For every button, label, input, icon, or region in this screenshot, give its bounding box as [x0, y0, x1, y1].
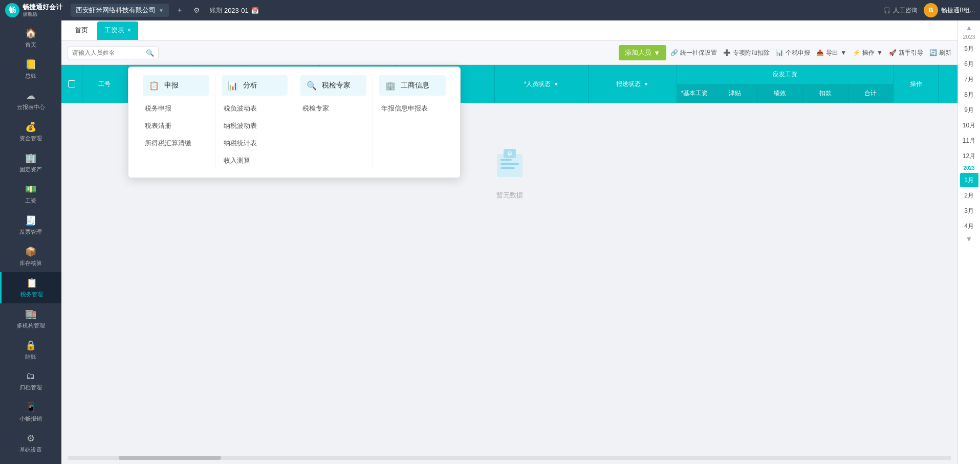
- sidebar-item-cloud[interactable]: ☁ 云报表中心: [0, 85, 61, 116]
- month-7[interactable]: 7月: [960, 72, 978, 86]
- analysis-label: 分析: [243, 81, 257, 90]
- month-10[interactable]: 10月: [960, 118, 978, 132]
- sidebar-item-guide[interactable]: ✅ 新手引导: [0, 459, 61, 464]
- sidebar-label-payroll: 工资: [25, 197, 36, 205]
- svg-rect-1: [500, 159, 512, 161]
- scroll-thumb[interactable]: [119, 456, 221, 460]
- export-icon: 📤: [816, 49, 824, 56]
- sidebar-item-home[interactable]: 🏠 首页: [0, 23, 61, 54]
- tab-payroll[interactable]: 工资表 ×: [97, 21, 138, 40]
- tab-close-icon[interactable]: ×: [127, 27, 131, 34]
- sidebar-item-ledger[interactable]: 📒 总账: [0, 54, 61, 85]
- month-5[interactable]: 5月: [960, 41, 978, 56]
- sidebar-item-archive[interactable]: 🗂 归档管理: [0, 366, 61, 396]
- col-report-status[interactable]: 报送状态 ▼: [588, 65, 677, 103]
- refresh-icon: 🔄: [929, 49, 937, 56]
- user-info[interactable]: B 畅捷通B组...: [924, 3, 975, 17]
- month-2[interactable]: 2月: [960, 188, 978, 203]
- special-deduction-icon: ➕: [723, 49, 731, 56]
- month-6[interactable]: 6月: [960, 57, 978, 71]
- personal-tax-label: 个税申报: [786, 49, 810, 57]
- svg-rect-2: [500, 163, 519, 165]
- col-op: [939, 65, 957, 103]
- current-year-label: 2023: [963, 164, 974, 172]
- content-area: 首页 工资表 × 🔍 添加人员 ▼ 🔗 统一社保设置: [61, 20, 957, 464]
- dropdown-item-income-tax[interactable]: 所得税汇算清缴: [143, 135, 209, 152]
- sidebar-item-multi[interactable]: 🏬 多机构管理: [0, 303, 61, 335]
- tab-payroll-label: 工资表: [104, 26, 124, 35]
- company-selector[interactable]: 西安虾米网络科技有限公司 ▼: [71, 4, 169, 17]
- guide-button[interactable]: 🚀 新手引导: [889, 49, 923, 57]
- dropdown-item-tax-fluctuation[interactable]: 纳税波动表: [222, 117, 288, 135]
- sidebar-item-basic[interactable]: ⚙ 基础设置: [0, 428, 61, 459]
- operations-label: 操作: [862, 49, 875, 57]
- sidebar-label-archive: 归档管理: [19, 384, 42, 391]
- basic-icon: ⚙: [27, 433, 35, 444]
- tab-home-label: 首页: [75, 26, 88, 35]
- col-status[interactable]: *人员状态 ▼: [494, 65, 588, 103]
- calendar-icon[interactable]: 📅: [251, 7, 259, 14]
- social-insurance-button[interactable]: 🔗 统一社保设置: [670, 49, 717, 57]
- special-deduction-button[interactable]: ➕ 专项附加扣除: [723, 49, 770, 57]
- sidebar-item-xiaochang[interactable]: 📱 小畅报销: [0, 396, 61, 428]
- bizinfo-label: 工商信息: [401, 81, 429, 90]
- svg-rect-3: [500, 167, 515, 169]
- dropdown-item-tax-stats[interactable]: 纳税统计表: [222, 135, 288, 152]
- scroll-bar[interactable]: [68, 456, 951, 460]
- dropdown-item-tax-declaration[interactable]: 税务申报: [143, 100, 209, 117]
- dropdown-item-tax-burden[interactable]: 税负波动表: [222, 100, 288, 117]
- sidebar-item-capital[interactable]: 💰 资金管理: [0, 116, 61, 147]
- add-company-button[interactable]: ＋: [173, 4, 186, 17]
- inventory-icon: 📦: [25, 246, 36, 257]
- dropdown-col-analysis: 📊 分析 税负波动表 纳税波动表 纳税统计表 收入测算: [215, 75, 294, 169]
- month-4[interactable]: 4月: [960, 219, 978, 233]
- logo-icon: 畅: [5, 3, 19, 17]
- toolbar: 🔍 添加人员 ▼ 🔗 统一社保设置 ➕ 专项附加扣除 📊 个税申报: [61, 41, 957, 65]
- tab-home[interactable]: 首页: [68, 21, 95, 40]
- month-12[interactable]: 12月: [960, 149, 978, 163]
- payroll-icon: 💵: [25, 184, 36, 195]
- dropdown-item-taxexpert[interactable]: 税检专家: [300, 100, 366, 117]
- sidebar-item-close-period[interactable]: 🔒 结账: [0, 335, 61, 366]
- sidebar-item-assets[interactable]: 🏢 固定资产: [0, 147, 61, 179]
- export-button[interactable]: 📤 导出 ▼: [816, 49, 846, 57]
- sidebar-item-payroll[interactable]: 💵 工资: [0, 179, 61, 210]
- add-person-button[interactable]: 添加人员 ▼: [619, 45, 666, 60]
- dropdown-item-annual-report[interactable]: 年报信息申报表: [379, 100, 446, 117]
- dropdown-item-tax-table[interactable]: 税表清册: [143, 117, 209, 135]
- support-button[interactable]: 🎧 人工咨询: [883, 6, 918, 15]
- sidebar-label-cloud: 云报表中心: [17, 103, 45, 111]
- search-input[interactable]: [72, 49, 144, 56]
- dropdown-item-income-estimate[interactable]: 收入测算: [222, 152, 288, 169]
- month-9[interactable]: 9月: [960, 103, 978, 117]
- sidebar-item-inventory[interactable]: 📦 库存核算: [0, 241, 61, 272]
- company-name: 西安虾米网络科技有限公司: [76, 6, 156, 15]
- ledger-icon: 📒: [25, 59, 36, 70]
- right-panel-up-arrow[interactable]: ▲: [962, 23, 976, 33]
- right-panel-down-arrow[interactable]: ▼: [962, 234, 976, 244]
- taxexpert-label: 税检专家: [322, 81, 351, 90]
- declaration-icon: 📋: [147, 78, 161, 93]
- sidebar-item-tax[interactable]: 📋 税务管理: [0, 272, 61, 303]
- search-wrap: 🔍: [68, 47, 159, 59]
- month-3[interactable]: 3月: [960, 204, 978, 218]
- app-title: 畅捷通好会计: [23, 3, 62, 11]
- refresh-button[interactable]: 🔄 刷新: [929, 49, 951, 57]
- col-total: 合计: [848, 84, 893, 103]
- col-deduction: 扣款: [803, 84, 848, 103]
- col-base-salary: *基本工资: [677, 84, 712, 103]
- month-8[interactable]: 8月: [960, 87, 978, 102]
- operations-button[interactable]: ⚡ 操作 ▼: [853, 49, 883, 57]
- month-11[interactable]: 11月: [960, 134, 978, 148]
- dropdown-col-bizinfo: 🏢 工商信息 年报信息申报表: [373, 75, 452, 169]
- dropdown-menu[interactable]: 📋 申报 税务申报 税表清册 所得税汇算清缴 📊 分析: [128, 67, 461, 178]
- status-filter-icon: ▼: [554, 81, 559, 87]
- month-1[interactable]: 1月: [960, 173, 978, 187]
- settings-icon[interactable]: ⚙: [190, 4, 204, 17]
- personal-tax-button[interactable]: 📊 个税申报: [776, 49, 810, 57]
- select-all-checkbox[interactable]: [68, 80, 75, 87]
- col-subsidy: 津贴: [712, 84, 757, 103]
- sidebar-item-invoice[interactable]: 🧾 发票管理: [0, 210, 61, 241]
- top-bar-actions: ＋ ⚙: [173, 4, 204, 17]
- bizinfo-icon: 🏢: [383, 78, 398, 93]
